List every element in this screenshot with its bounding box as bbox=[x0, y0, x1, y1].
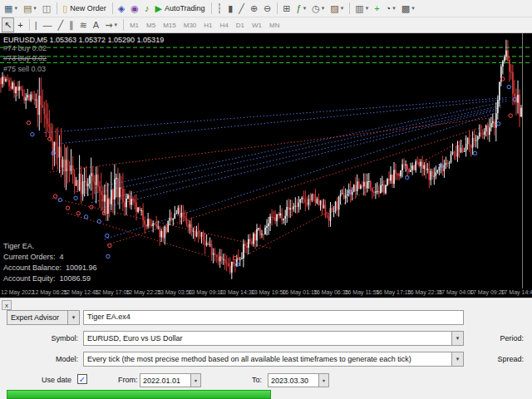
line-chart-icon: ╱ bbox=[239, 4, 244, 13]
time-axis-label: 12 May 06:25 bbox=[32, 289, 67, 295]
bar-chart-button[interactable]: ┆ bbox=[214, 1, 225, 16]
to-date-value: 2023.03.30 bbox=[268, 377, 318, 385]
time-axis-label: 13 May 09:10 bbox=[189, 289, 224, 295]
time-axis-label: 16 May 22:35 bbox=[407, 289, 442, 295]
cursor-button[interactable]: ↖ bbox=[2, 17, 14, 32]
crosshair-button[interactable]: + bbox=[15, 17, 25, 32]
ea-comment-block: Tiger EA. Current Orders: 4 Account Bala… bbox=[3, 241, 97, 284]
timeframe-h4-button[interactable]: H4 bbox=[217, 19, 232, 32]
chevron-down-icon: ▾ bbox=[451, 352, 463, 366]
channel-icon: ∥ bbox=[69, 21, 74, 30]
calendar-dropdown-icon[interactable]: ▾ bbox=[190, 374, 200, 387]
period-label: Period: bbox=[485, 334, 524, 342]
layouts-icon: ▩ bbox=[401, 4, 410, 13]
dropdown-caret-icon: ▾ bbox=[33, 5, 37, 12]
time-axis-label: 13 May 19:50 bbox=[251, 289, 286, 295]
dropdown-caret-icon: ▾ bbox=[411, 5, 415, 12]
zoom-in-button[interactable]: ⊕ bbox=[248, 1, 260, 16]
timeframe-m1-button[interactable]: M1 bbox=[126, 19, 142, 32]
toolbar-separator bbox=[123, 19, 124, 31]
dropdown-caret-icon: ▾ bbox=[14, 5, 17, 12]
profiles-icon: ▤ bbox=[23, 4, 32, 13]
line-chart-button[interactable]: ╱ bbox=[236, 1, 247, 16]
time-axis-label: 16 May 11:55 bbox=[345, 289, 380, 295]
line-studies-group: ↖+|―╱∥≋A⇝▾ bbox=[2, 17, 126, 32]
trendline-icon: ╱ bbox=[58, 21, 64, 30]
tester-close-button[interactable]: x bbox=[2, 300, 12, 310]
new-order-button[interactable]: ▯New Order bbox=[60, 1, 109, 16]
crosshair-icon: + bbox=[17, 21, 22, 30]
toolbar-separator bbox=[57, 2, 57, 14]
zoom-out-button[interactable]: ⊖ bbox=[261, 1, 273, 16]
zoom-out-icon: ⊖ bbox=[264, 4, 271, 13]
bar-chart-icon: ┆ bbox=[217, 4, 223, 13]
use-date-checkbox[interactable]: ✓ bbox=[77, 374, 87, 384]
data-window-button[interactable]: ▥▾ bbox=[352, 1, 371, 16]
candle-chart-button[interactable]: ▮ bbox=[225, 1, 235, 16]
dropdown-caret-icon: ▾ bbox=[322, 5, 325, 12]
sounds-button[interactable]: ♪ bbox=[142, 1, 152, 16]
timeframe-m15-button[interactable]: M15 bbox=[160, 19, 180, 32]
text-button[interactable]: A bbox=[91, 17, 101, 32]
vertical-line-button[interactable]: | bbox=[32, 17, 40, 32]
chart-options-button[interactable]: ◔▾ bbox=[383, 1, 398, 16]
tile-windows-button[interactable]: ⊞ bbox=[280, 1, 293, 16]
symbol-label: Symbol: bbox=[3, 334, 78, 342]
tester-type-select[interactable]: Expert Advisor ▾ bbox=[7, 310, 80, 325]
timeframe-m5-button[interactable]: M5 bbox=[143, 19, 159, 32]
text-icon: A bbox=[93, 21, 99, 30]
new-chart-button[interactable]: ▦▾ bbox=[2, 1, 20, 16]
time-axis-label: 16 May 06:35 bbox=[313, 289, 348, 295]
time-axis-label: 17 May 14:40 bbox=[501, 289, 532, 295]
autotrading-button[interactable]: ▶AutoTrading bbox=[152, 1, 207, 16]
timeframe-m30-button[interactable]: M30 bbox=[180, 19, 200, 32]
arrows-icon: ⇝ bbox=[105, 21, 112, 30]
time-axis-label: 17 May 04:00 bbox=[438, 289, 473, 295]
scripts-button[interactable]: ◉ bbox=[128, 1, 141, 16]
timeframe-group: M1M5M15M30H1H4D1W1MN bbox=[126, 19, 284, 32]
expert-advisors-icon: ◈ bbox=[118, 4, 125, 13]
tester-expert-field[interactable]: Tiger EA.ex4 bbox=[83, 310, 464, 325]
spread-label: Spread: bbox=[485, 355, 524, 363]
symbol-value: EURUSD, Euro vs US Dollar bbox=[84, 334, 451, 342]
model-select[interactable]: Every tick (the most precise method base… bbox=[83, 352, 464, 367]
ea-name-text: Tiger EA. bbox=[3, 241, 97, 252]
timeframe-mn-button[interactable]: MN bbox=[266, 19, 283, 32]
symbol-select[interactable]: EURUSD, Euro vs US Dollar ▾ bbox=[83, 331, 464, 346]
price-axis[interactable] bbox=[522, 33, 532, 288]
arrows-button[interactable]: ⇝▾ bbox=[102, 17, 120, 32]
trendline-button[interactable]: ╱ bbox=[56, 17, 66, 32]
cycle-windows-icon: ◫ bbox=[42, 4, 51, 13]
periods-button[interactable]: ◷▾ bbox=[309, 1, 327, 16]
timeframe-w1-button[interactable]: W1 bbox=[249, 19, 265, 32]
model-value: Every tick (the most precise method base… bbox=[84, 355, 451, 363]
model-label: Model: bbox=[3, 355, 78, 363]
templates-button[interactable]: ▨▾ bbox=[328, 1, 346, 16]
add-indicator-button[interactable]: + bbox=[372, 1, 382, 16]
channel-button[interactable]: ∥ bbox=[66, 17, 76, 32]
indicators-icon: ƒ bbox=[297, 4, 302, 13]
horizontal-line-icon: ― bbox=[43, 21, 52, 30]
dropdown-caret-icon: ▾ bbox=[366, 5, 369, 12]
cycle-windows-button[interactable]: ◫ bbox=[40, 1, 53, 16]
zoom-in-icon: ⊕ bbox=[250, 4, 258, 13]
timeframe-d1-button[interactable]: D1 bbox=[233, 19, 248, 32]
chart-options-icon: ◔ bbox=[386, 4, 392, 13]
expert-advisors-button[interactable]: ◈ bbox=[116, 1, 127, 16]
autotrading-icon: ▶ bbox=[155, 4, 161, 13]
fibonacci-icon: ≋ bbox=[80, 21, 87, 30]
horizontal-line-button[interactable]: ― bbox=[41, 17, 55, 32]
new-order-icon: ▯ bbox=[62, 4, 67, 13]
toolbar-line-studies: ↖+|―╱∥≋A⇝▾ M1M5M15M30H1H4D1W1MN bbox=[0, 17, 532, 33]
calendar-dropdown-icon[interactable]: ▾ bbox=[318, 374, 328, 387]
timeframe-h1-button[interactable]: H1 bbox=[200, 19, 215, 32]
chart-area[interactable]: EURUSD,M5 1.05363 1.05372 1.05290 1.0531… bbox=[0, 33, 532, 288]
indicators-button[interactable]: ƒ▾ bbox=[294, 1, 309, 16]
time-axis-label: 13 May 14:30 bbox=[219, 289, 254, 295]
profiles-button[interactable]: ▤▾ bbox=[21, 1, 39, 16]
fibonacci-button[interactable]: ≋ bbox=[77, 17, 90, 32]
time-axis[interactable]: 12 May 202212 May 06:2512 May 12:4512 Ma… bbox=[0, 288, 532, 298]
to-date-field[interactable]: 2023.03.30 ▾ bbox=[268, 373, 329, 387]
layouts-button[interactable]: ▩▾ bbox=[399, 1, 417, 16]
from-date-field[interactable]: 2022.01.01 ▾ bbox=[140, 373, 201, 387]
